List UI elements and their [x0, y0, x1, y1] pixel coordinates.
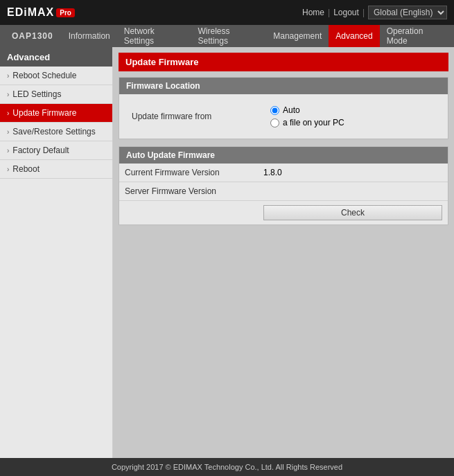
sidebar-label-save: Save/Restore Settings [12, 127, 95, 136]
sidebar: Advanced › Reboot Schedule › LED Setting… [0, 47, 113, 458]
pc-label: a file on your PC [283, 118, 344, 127]
sidebar-label-firmware: Update Firmware [12, 108, 76, 118]
auto-label: Auto [283, 105, 300, 115]
logo-text: EDiMAX [7, 6, 54, 19]
home-link[interactable]: Home [302, 8, 324, 17]
check-button-row: Check [119, 201, 448, 224]
sidebar-label-reboot: Reboot [12, 164, 40, 174]
sidebar-header: Advanced [0, 47, 112, 67]
auto-update-header: Auto Update Firmware [119, 147, 448, 164]
sidebar-item-reboot[interactable]: › Reboot [0, 160, 112, 179]
sidebar-item-factory-default[interactable]: › Factory Default [0, 141, 112, 160]
chevron-right-icon-reboot: › [7, 166, 9, 173]
pc-radio[interactable] [270, 118, 279, 127]
device-label: OAP1300 [3, 31, 62, 41]
firmware-options: Auto a file on your PC [270, 105, 435, 127]
current-version-value: 1.8.0 [263, 168, 442, 177]
check-button[interactable]: Check [263, 205, 442, 220]
header-right: Home | Logout | Global (English) [302, 6, 447, 19]
update-firmware-label: Update firmware from [132, 112, 270, 121]
sidebar-item-led[interactable]: › LED Settings [0, 85, 112, 104]
firmware-location-row: Update firmware from Auto a file on your… [126, 101, 441, 132]
firmware-location-card: Firmware Location Update firmware from A… [119, 77, 448, 139]
server-version-row: Server Firmware Version [119, 182, 448, 201]
separator1: | [328, 8, 330, 17]
page-title: Update Firmware [119, 53, 448, 71]
nav-item-advanced[interactable]: Advanced [329, 25, 379, 47]
nav-item-management[interactable]: Management [266, 25, 329, 47]
nav-item-wireless[interactable]: Wireless Settings [191, 25, 267, 47]
footer: Copyright 2017 © EDIMAX Technology Co., … [0, 458, 454, 476]
logout-link[interactable]: Logout [333, 8, 359, 17]
auto-update-body: Current Firmware Version 1.8.0 Server Fi… [119, 164, 448, 224]
chevron-right-icon-led: › [7, 91, 9, 98]
main-layout: Advanced › Reboot Schedule › LED Setting… [0, 47, 454, 458]
chevron-right-icon-save: › [7, 128, 9, 136]
auto-update-card: Auto Update Firmware Current Firmware Ve… [119, 146, 448, 225]
nav-item-operation[interactable]: Operation Mode [380, 25, 451, 47]
chevron-right-icon: › [7, 72, 9, 80]
auto-radio-row: Auto [270, 105, 435, 115]
sidebar-label-factory: Factory Default [12, 146, 69, 155]
server-version-label: Server Firmware Version [125, 186, 263, 196]
sidebar-label-reboot-schedule: Reboot Schedule [12, 71, 76, 80]
pc-radio-row: a file on your PC [270, 118, 435, 127]
sidebar-item-save-restore[interactable]: › Save/Restore Settings [0, 123, 112, 141]
footer-text: Copyright 2017 © EDIMAX Technology Co., … [112, 463, 342, 471]
nav-items: Information Network Settings Wireless Se… [62, 25, 451, 47]
firmware-location-header: Firmware Location [119, 78, 448, 94]
chevron-right-icon-firmware: › [7, 109, 9, 117]
nav-item-network[interactable]: Network Settings [117, 25, 191, 47]
auto-radio[interactable] [270, 106, 279, 115]
current-version-label: Current Firmware Version [125, 168, 263, 177]
chevron-right-icon-factory: › [7, 147, 9, 155]
content-area: Update Firmware Firmware Location Update… [113, 47, 454, 458]
logo-pro: Pro [56, 8, 75, 17]
nav-item-information[interactable]: Information [62, 25, 117, 47]
current-version-row: Current Firmware Version 1.8.0 [119, 164, 448, 182]
check-button-area: Check [263, 205, 442, 220]
sidebar-item-update-firmware[interactable]: › Update Firmware [0, 104, 112, 123]
separator2: | [363, 8, 365, 17]
header: EDiMAX Pro Home | Logout | Global (Engli… [0, 0, 454, 25]
language-select[interactable]: Global (English) [368, 6, 447, 19]
navbar: OAP1300 Information Network Settings Wir… [0, 25, 454, 47]
sidebar-item-reboot-schedule[interactable]: › Reboot Schedule [0, 67, 112, 85]
firmware-location-body: Update firmware from Auto a file on your… [119, 94, 448, 139]
logo-area: EDiMAX Pro [7, 6, 75, 19]
sidebar-label-led: LED Settings [12, 89, 61, 99]
